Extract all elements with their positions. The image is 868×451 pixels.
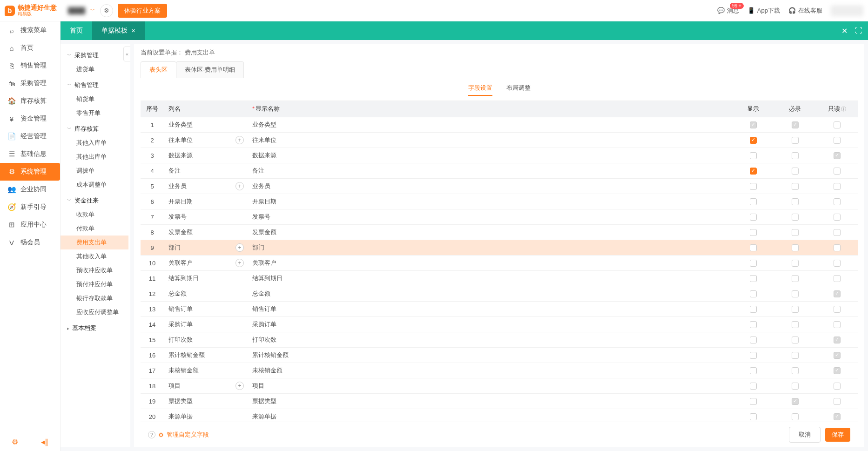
- tree-group-head[interactable]: ﹀资金往来: [61, 194, 128, 208]
- sidebar-collab[interactable]: 👥企业协同: [0, 181, 60, 198]
- checkbox[interactable]: [750, 183, 757, 190]
- table-row[interactable]: 13销售订单销售订单: [141, 302, 858, 317]
- tree-item[interactable]: 成本调整单: [61, 178, 128, 192]
- sidebar-funds[interactable]: ¥资金管理: [0, 110, 60, 128]
- org-dropdown-icon[interactable]: ﹀: [90, 7, 95, 14]
- checkbox[interactable]: [792, 152, 799, 159]
- cell-display[interactable]: 发票金额: [248, 225, 732, 240]
- checkbox[interactable]: [834, 398, 841, 405]
- table-row[interactable]: 6开票日期开票日期: [141, 194, 858, 209]
- table-row[interactable]: 7发票号发票号: [141, 209, 858, 225]
- cell-display[interactable]: 销售订单: [248, 302, 732, 317]
- sidebar-vip[interactable]: V畅会员: [0, 234, 60, 251]
- tree-group-head[interactable]: ﹀采购管理: [61, 48, 128, 62]
- sidebar-search[interactable]: ⌕搜索菜单: [0, 21, 60, 39]
- table-row[interactable]: 16累计核销金额累计核销金额: [141, 348, 858, 363]
- checkbox[interactable]: [792, 260, 799, 267]
- cell-display[interactable]: 来源单据: [248, 409, 732, 422]
- cell-display[interactable]: 部门: [248, 240, 732, 256]
- checkbox[interactable]: [792, 275, 799, 282]
- cell-display[interactable]: 业务员: [248, 179, 732, 194]
- checkbox[interactable]: [792, 183, 799, 190]
- close-icon[interactable]: ✕: [131, 28, 135, 34]
- tree-group-head[interactable]: ﹀销售管理: [61, 78, 128, 92]
- checkbox[interactable]: [750, 337, 757, 343]
- checkbox[interactable]: [834, 383, 841, 390]
- checkbox[interactable]: [792, 413, 799, 420]
- cell-display[interactable]: 备注: [248, 163, 732, 179]
- checkbox[interactable]: [750, 306, 757, 313]
- sidebar-basic[interactable]: ☰基础信息: [0, 145, 60, 163]
- checkbox[interactable]: [750, 367, 757, 374]
- checkbox[interactable]: [750, 321, 757, 328]
- tab-home[interactable]: 首页: [61, 21, 92, 40]
- table-row[interactable]: 12总金额总金额: [141, 286, 858, 302]
- tree-item[interactable]: 进货单: [61, 62, 128, 76]
- sidebar-sales[interactable]: ⎘销售管理: [0, 57, 60, 74]
- checkbox[interactable]: [750, 152, 757, 159]
- checkbox[interactable]: [792, 290, 799, 297]
- tree-item[interactable]: 预付冲应付单: [61, 277, 128, 291]
- checkbox[interactable]: [750, 275, 757, 282]
- tree-item[interactable]: 费用支出单: [61, 236, 128, 249]
- table-row[interactable]: 1业务类型业务类型: [141, 117, 858, 133]
- manage-custom-field-link[interactable]: ? ⚙ 管理自定义字段: [148, 431, 209, 439]
- checkbox[interactable]: [834, 275, 841, 282]
- tree-item[interactable]: 调拨单: [61, 164, 128, 178]
- checkbox[interactable]: [792, 321, 799, 328]
- table-row[interactable]: 10关联客户+关联客户: [141, 256, 858, 271]
- checkbox[interactable]: [792, 352, 799, 359]
- midnav-layout[interactable]: 布局调整: [506, 84, 531, 96]
- checkbox[interactable]: [750, 260, 757, 267]
- service-link[interactable]: 🎧 在线客服: [788, 7, 822, 15]
- add-icon[interactable]: +: [236, 382, 244, 390]
- cell-display[interactable]: 打印次数: [248, 332, 732, 348]
- add-icon[interactable]: +: [236, 243, 244, 252]
- midnav-field[interactable]: 字段设置: [468, 84, 492, 96]
- add-icon[interactable]: +: [236, 182, 244, 190]
- cell-display[interactable]: 业务类型: [248, 117, 732, 133]
- checkbox[interactable]: [750, 383, 757, 390]
- cell-display[interactable]: 未核销金额: [248, 363, 732, 378]
- tree-item[interactable]: 应收应付调整单: [61, 305, 128, 319]
- tree-item[interactable]: 收款单: [61, 208, 128, 222]
- add-icon[interactable]: +: [236, 259, 244, 267]
- tree-item[interactable]: 银行存取款单: [61, 291, 128, 305]
- checkbox[interactable]: [792, 306, 799, 313]
- checkbox[interactable]: [750, 244, 757, 251]
- checkbox[interactable]: [750, 413, 757, 420]
- checkbox[interactable]: [834, 229, 841, 236]
- checkbox[interactable]: [834, 244, 841, 251]
- cell-display[interactable]: 开票日期: [248, 194, 732, 209]
- subtab-head[interactable]: 表头区: [141, 61, 176, 78]
- checkbox[interactable]: [750, 352, 757, 359]
- add-icon[interactable]: +: [236, 136, 244, 144]
- checkbox[interactable]: [750, 398, 757, 405]
- subtab-body[interactable]: 表体区-费用单明细: [176, 61, 244, 78]
- settings-icon[interactable]: ⚙: [100, 4, 113, 17]
- checkbox[interactable]: [834, 183, 841, 190]
- sidebar-apps[interactable]: ⊞应用中心: [0, 216, 60, 234]
- cell-display[interactable]: 结算到期日: [248, 271, 732, 286]
- fullscreen-icon[interactable]: ⛶: [855, 27, 862, 35]
- checkbox[interactable]: [792, 168, 799, 175]
- table-row[interactable]: 4备注备注: [141, 163, 858, 179]
- table-row[interactable]: 15打印次数打印次数: [141, 332, 858, 348]
- table-row[interactable]: 14采购订单采购订单: [141, 317, 858, 332]
- cancel-button[interactable]: 取消: [789, 427, 821, 443]
- cell-display[interactable]: 总金额: [248, 286, 732, 302]
- table-row[interactable]: 17未核销金额未核销金额: [141, 363, 858, 378]
- tab-template[interactable]: 单据模板 ✕: [92, 21, 145, 40]
- sidebar-system[interactable]: ⚙系统管理: [0, 163, 60, 181]
- checkbox[interactable]: [834, 168, 841, 175]
- cell-display[interactable]: 票据类型: [248, 394, 732, 409]
- sidebar-inventory[interactable]: 🏠库存核算: [0, 92, 60, 110]
- user-avatar[interactable]: [831, 5, 863, 16]
- cell-display[interactable]: 关联客户: [248, 256, 732, 271]
- checkbox[interactable]: [834, 121, 841, 128]
- checkbox[interactable]: [750, 290, 757, 297]
- cell-display[interactable]: 采购订单: [248, 317, 732, 332]
- table-row[interactable]: 2往来单位+往来单位: [141, 133, 858, 148]
- tree-item[interactable]: 其他出库单: [61, 150, 128, 164]
- cell-display[interactable]: 数据来源: [248, 148, 732, 163]
